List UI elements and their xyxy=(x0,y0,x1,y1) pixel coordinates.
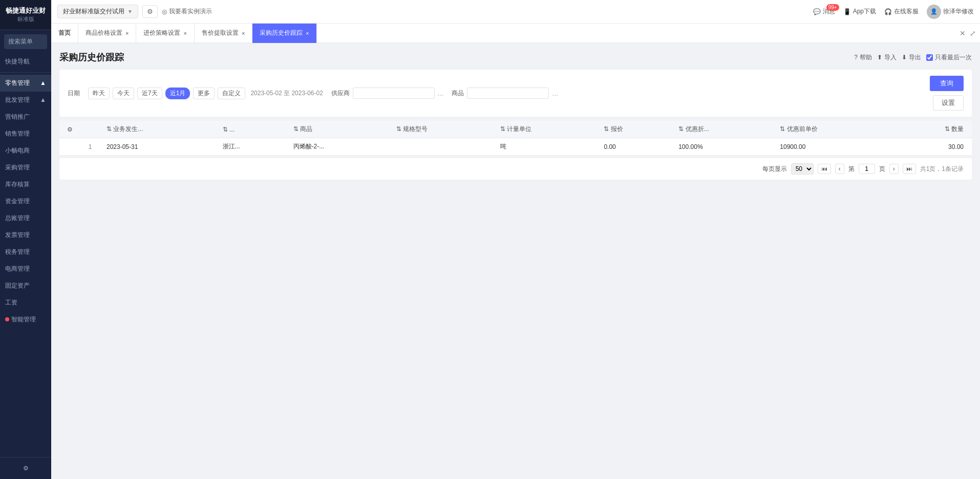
tab-sale-price-close[interactable]: × xyxy=(242,30,245,36)
col-quote-header[interactable]: ⇅ 报价 xyxy=(598,121,672,138)
tab-home-label: 首页 xyxy=(58,29,71,37)
export-button[interactable]: ⬇ 导出 xyxy=(902,53,921,62)
table-header: ⚙ ⇅ 业务发生... ⇅ ... ⇅ 商品 xyxy=(59,121,972,138)
date-btn-custom[interactable]: 自定义 xyxy=(218,88,245,99)
tab-pricing-strategy[interactable]: 进价策略设置 × xyxy=(136,24,194,43)
tab-sale-price[interactable]: 售价提取设置 × xyxy=(195,24,252,43)
tab-purchase-history-close[interactable]: × xyxy=(306,30,309,36)
sidebar-settings-button[interactable]: ⚙ xyxy=(4,462,47,475)
date-btn-7days[interactable]: 近7天 xyxy=(137,88,162,99)
tab-pricing-strategy-close[interactable]: × xyxy=(183,30,186,36)
sidebar-item-inventory[interactable]: 库存核算 xyxy=(0,176,51,193)
sort-date-icon: ⇅ xyxy=(106,125,112,133)
sidebar-item-wholesale[interactable]: 批发管理 ▲ xyxy=(0,92,51,108)
messages-button[interactable]: 💬 消息 99+ xyxy=(813,7,835,16)
date-btn-1month[interactable]: 近1月 xyxy=(165,88,190,99)
col-pre-discount-header[interactable]: ⇅ 优惠前单价 xyxy=(774,121,892,138)
date-btn-today[interactable]: 今天 xyxy=(113,88,134,99)
export-icon: ⬇ xyxy=(902,54,907,61)
per-page-select[interactable]: 50 xyxy=(791,163,814,175)
sidebar-item-smart[interactable]: 智能管理 xyxy=(0,311,51,328)
app-download-label: App下载 xyxy=(853,7,876,16)
sidebar-item-general[interactable]: 总账管理 xyxy=(0,210,51,227)
prev-page-button[interactable]: ‹ xyxy=(835,164,844,174)
logo-sub: 标准版 xyxy=(4,15,47,23)
app-download-icon: 📱 xyxy=(843,8,851,15)
sidebar-item-sales[interactable]: 销售管理 xyxy=(0,125,51,142)
supplier-dots[interactable]: ... xyxy=(438,89,444,97)
topbar: 好业财标准版交付试用 ▼ ⚙ ◎ 我要看实例演示 💬 消息 99+ 📱 App下… xyxy=(51,0,980,24)
online-service-button[interactable]: 🎧 在线客服 xyxy=(884,7,919,16)
product-input[interactable] xyxy=(467,88,549,99)
smart-dot-icon xyxy=(5,317,9,321)
version-selector[interactable]: 好业财标准版交付试用 ▼ xyxy=(57,5,138,18)
row-pre-discount-cell: 10900.00 xyxy=(774,138,892,156)
col-gear-header[interactable]: ⚙ xyxy=(59,121,80,138)
message-icon: 💬 xyxy=(813,8,821,15)
sort-spec-icon: ⇅ xyxy=(396,125,401,133)
col-date-header[interactable]: ⇅ 业务发生... xyxy=(100,121,217,138)
help-icon: ? xyxy=(854,54,858,61)
tab-product-price-label: 商品价格设置 xyxy=(86,29,122,37)
only-latest-checkbox-label[interactable]: 只看最后一次 xyxy=(926,53,972,62)
tab-home[interactable]: 首页 xyxy=(51,24,78,43)
sidebar-item-marketing[interactable]: 营销推广 xyxy=(0,108,51,125)
next-page-button[interactable]: › xyxy=(889,164,899,174)
col-discount-header[interactable]: ⇅ 优惠折... xyxy=(672,121,774,138)
help-link[interactable]: ? 帮助 xyxy=(854,53,872,62)
tab-product-price-close[interactable]: × xyxy=(125,30,129,36)
tab-purchase-history[interactable]: 采购历史价跟踪 × xyxy=(252,24,316,43)
topbar-settings-button[interactable]: ⚙ xyxy=(142,5,158,18)
query-button[interactable]: 查询 xyxy=(930,76,964,91)
import-label: 导入 xyxy=(884,53,897,62)
sidebar-item-salary[interactable]: 工资 xyxy=(0,294,51,311)
export-label: 导出 xyxy=(909,53,921,62)
demo-label: 我要看实例演示 xyxy=(169,7,212,16)
close-all-tabs-button[interactable]: ✕ xyxy=(960,29,966,37)
col-quantity-header[interactable]: ⇅ 数量 xyxy=(892,121,972,138)
tab-product-price[interactable]: 商品价格设置 × xyxy=(78,24,136,43)
sidebar-item-finance[interactable]: 资金管理 xyxy=(0,193,51,210)
date-filter-label: 日期 xyxy=(68,89,80,98)
product-dots[interactable]: ... xyxy=(552,89,558,97)
supplier-input[interactable] xyxy=(353,88,435,99)
sidebar-item-invoice[interactable]: 发票管理 xyxy=(0,227,51,244)
settings-icon: ⚙ xyxy=(147,8,153,15)
filter-settings-button[interactable]: 设置 xyxy=(933,95,964,111)
last-page-button[interactable]: ⏭ xyxy=(903,164,916,174)
sidebar-item-retail[interactable]: 零售管理 ▲ xyxy=(0,75,51,92)
date-btn-yesterday[interactable]: 昨天 xyxy=(88,88,110,99)
sidebar-item-purchase[interactable]: 采购管理 xyxy=(0,159,51,176)
date-filter-options: 昨天 今天 近7天 近1月 更多 自定义 2023-05-02 至 2023-0… xyxy=(88,88,323,99)
col-extra-header[interactable]: ⇅ ... xyxy=(217,121,287,138)
only-latest-checkbox[interactable] xyxy=(926,54,933,61)
date-btn-more[interactable]: 更多 xyxy=(193,88,215,99)
tab-sale-price-label: 售价提取设置 xyxy=(202,29,239,37)
sidebar-item-ecommerce-small[interactable]: 小畅电商 xyxy=(0,142,51,159)
expand-tab-button[interactable]: ⤢ xyxy=(970,29,976,37)
tab-purchase-history-label: 采购历史价跟踪 xyxy=(260,29,303,37)
sort-quantity-icon: ⇅ xyxy=(945,125,950,133)
import-icon: ⬆ xyxy=(877,54,882,61)
sort-quote-icon: ⇅ xyxy=(604,125,609,133)
row-extra-cell: 浙江... xyxy=(217,138,287,156)
row-product-cell: 丙烯酸-2-... xyxy=(287,138,390,156)
import-button[interactable]: ⬆ 导入 xyxy=(877,53,897,62)
sidebar-item-assets[interactable]: 固定资产 xyxy=(0,277,51,294)
user-name-label: 徐泽华修改 xyxy=(943,7,974,16)
demo-button[interactable]: ◎ 我要看实例演示 xyxy=(162,7,212,16)
supplier-label: 供应商 xyxy=(331,89,350,98)
sidebar-item-ecommerce[interactable]: 电商管理 xyxy=(0,260,51,277)
sidebar-quick-nav[interactable]: 快捷导航 xyxy=(0,53,51,70)
search-menu-button[interactable]: 搜索菜单 xyxy=(4,34,47,49)
page-actions: ? 帮助 ⬆ 导入 ⬇ 导出 只看最后一次 xyxy=(854,53,972,62)
col-unit-header[interactable]: ⇅ 计量单位 xyxy=(494,121,598,138)
sidebar-item-tax[interactable]: 税务管理 xyxy=(0,244,51,260)
app-download-button[interactable]: 📱 App下载 xyxy=(843,7,876,16)
date-range-display: 2023-05-02 至 2023-06-02 xyxy=(250,89,323,98)
col-product-header[interactable]: ⇅ 商品 xyxy=(287,121,390,138)
page-number-input[interactable] xyxy=(859,164,875,174)
user-menu-button[interactable]: 👤 徐泽华修改 xyxy=(927,5,974,19)
first-page-button[interactable]: ⏮ xyxy=(818,164,831,174)
col-spec-header[interactable]: ⇅ 规格型号 xyxy=(390,121,494,138)
